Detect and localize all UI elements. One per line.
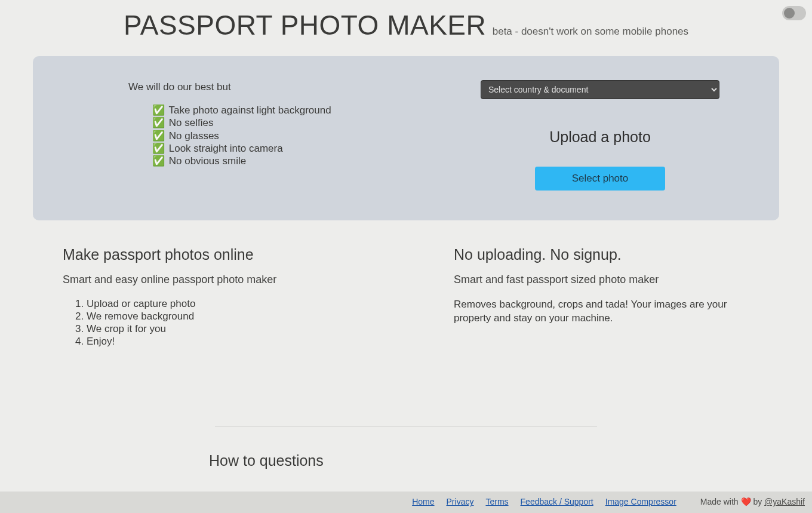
tips-intro: We will do our best but	[128, 80, 427, 94]
step-item: Enjoy!	[87, 335, 358, 348]
section-divider	[215, 426, 597, 426]
step-item: We remove background	[87, 310, 358, 322]
theme-toggle-knob	[784, 8, 795, 19]
page-header: PASSPORT PHOTO MAKER beta - doesn't work…	[0, 0, 812, 56]
tip-text: Look straight into camera	[169, 143, 283, 154]
col-right-body: Removes background, crops and tada! Your…	[454, 297, 749, 326]
theme-toggle[interactable]	[782, 6, 806, 20]
tip-text: Take photo against light background	[168, 105, 331, 116]
info-col-left: Make passport photos online Smart and ea…	[33, 244, 388, 348]
footer: Home Privacy Terms Feedback / Support Im…	[0, 492, 812, 513]
tip-item: ✅ No glasses	[152, 130, 427, 142]
select-photo-button[interactable]: Select photo	[535, 167, 666, 191]
tip-item: ✅ No selfies	[152, 116, 427, 129]
page-title: PASSPORT PHOTO MAKER	[124, 10, 486, 41]
tip-text: No selfies	[169, 117, 214, 128]
steps-list: Upload or capture photo We remove backgr…	[63, 297, 358, 348]
check-icon: ✅	[152, 155, 165, 167]
col-left-sub: Smart and easy online passport photo mak…	[63, 272, 358, 287]
tips-panel: We will do our best but ✅ Take photo aga…	[63, 80, 427, 191]
tip-item: ✅ Look straight into camera	[152, 142, 427, 155]
page-subtitle: beta - doesn't work on some mobile phone…	[493, 26, 688, 37]
footer-link-image-compressor[interactable]: Image Compressor	[605, 496, 676, 508]
check-icon: ✅	[152, 105, 165, 116]
footer-made-with: Made with ❤️ by @yaKashif	[700, 496, 805, 508]
tip-text: No obvious smile	[169, 155, 246, 167]
footer-link-home[interactable]: Home	[412, 496, 434, 508]
info-col-right: No uploading. No signup. Smart and fast …	[424, 244, 779, 348]
howto-heading: How to questions	[209, 450, 603, 471]
footer-link-feedback[interactable]: Feedback / Support	[521, 496, 593, 508]
step-item: Upload or capture photo	[87, 297, 358, 310]
upload-panel: Select country & document Upload a photo…	[451, 80, 749, 191]
made-prefix: Made with	[700, 497, 741, 506]
col-right-heading: No uploading. No signup.	[454, 244, 749, 265]
main-card: We will do our best but ✅ Take photo aga…	[33, 56, 779, 220]
footer-link-privacy[interactable]: Privacy	[447, 496, 474, 508]
col-left-heading: Make passport photos online	[63, 244, 358, 265]
footer-link-terms[interactable]: Terms	[485, 496, 508, 508]
step-item: We crop it for you	[87, 322, 358, 335]
check-icon: ✅	[152, 143, 165, 154]
tip-item: ✅ Take photo against light background	[152, 104, 427, 116]
check-icon: ✅	[152, 117, 165, 128]
made-by: by	[751, 497, 765, 506]
heart-icon: ❤️	[741, 497, 751, 506]
tip-item: ✅ No obvious smile	[152, 155, 427, 167]
check-icon: ✅	[152, 130, 165, 142]
col-right-sub: Smart and fast passport sized photo make…	[454, 272, 749, 287]
upload-heading: Upload a photo	[549, 127, 651, 148]
tips-list: ✅ Take photo against light background ✅ …	[128, 104, 427, 167]
country-document-select[interactable]: Select country & document	[481, 80, 719, 99]
tip-text: No glasses	[169, 130, 219, 142]
footer-author-link[interactable]: @yaKashif	[764, 497, 805, 506]
info-columns: Make passport photos online Smart and ea…	[33, 244, 779, 348]
